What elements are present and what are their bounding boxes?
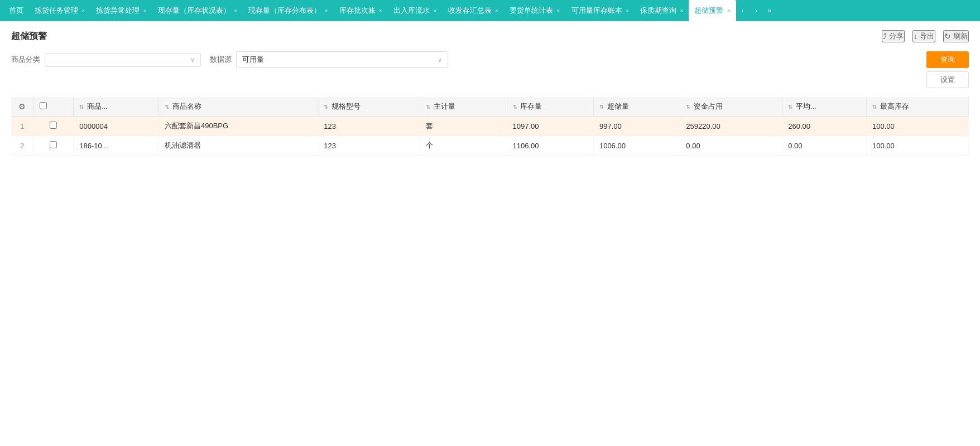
nav-summary[interactable]: 收发存汇总表 ×	[443, 0, 504, 21]
top-nav: 首页 拣货任务管理 × 拣货异常处理 × 现存量（库存状况表） × 现存量（库存…	[0, 0, 980, 21]
nav-overstock[interactable]: 超储预警 ×	[689, 0, 736, 21]
filters-left: 商品分类 ∨ 数据源 可用量 ∨	[11, 51, 915, 68]
table-header-row: ⚙ ⇅ 商品... ⇅ 商品名称 ⇅ 规格型号 ⇅	[11, 97, 969, 117]
category-select[interactable]: ∨	[45, 53, 201, 67]
nav-close-stock-status[interactable]: ×	[234, 7, 237, 14]
nav-arrow-right[interactable]: ›	[750, 0, 763, 21]
nav-close-batch-account[interactable]: ×	[379, 7, 382, 14]
share-icon: ⤴	[883, 32, 887, 41]
col-unit[interactable]: ⇅ 主计量	[420, 97, 507, 117]
query-button[interactable]: 查询	[926, 51, 969, 68]
datasource-label: 数据源	[210, 55, 232, 65]
nav-close-pick-exception[interactable]: ×	[143, 7, 146, 14]
col-capital[interactable]: ⇅ 资金占用	[680, 97, 782, 117]
nav-flow[interactable]: 出入库流水 ×	[388, 0, 442, 21]
row-num: 1	[11, 117, 33, 136]
refresh-button[interactable]: ↻ 刷新	[943, 30, 969, 42]
filters-right: 查询 设置	[926, 51, 969, 88]
col-max-stock[interactable]: ⇅ 最高库存	[867, 97, 969, 117]
row-capital: 259220.00	[680, 117, 782, 136]
table-row: 2 186-10... 机油滤清器 123 个 1106.00 1006.00 …	[11, 136, 969, 156]
datasource-value: 可用量	[242, 55, 264, 65]
refresh-icon: ↻	[944, 32, 951, 41]
page-container: 超储预警 ⤴ 分享 ↓ 导出 ↻ 刷新 商品分类 ∨	[0, 21, 980, 446]
header-actions: ⤴ 分享 ↓ 导出 ↻ 刷新	[882, 30, 969, 42]
page-title: 超储预警	[11, 31, 47, 42]
nav-close-pick-task[interactable]: ×	[81, 7, 85, 14]
page-header: 超储预警 ⤴ 分享 ↓ 导出 ↻ 刷新	[11, 30, 969, 42]
nav-close-summary[interactable]: ×	[495, 7, 498, 14]
nav-stock-dist[interactable]: 现存量（库存分布表） ×	[243, 0, 333, 21]
share-button[interactable]: ⤴ 分享	[882, 30, 905, 42]
row-checkbox[interactable]	[50, 122, 57, 129]
row-unit: 套	[420, 117, 507, 136]
select-all-checkbox[interactable]	[40, 102, 47, 109]
col-gear: ⚙	[11, 97, 33, 117]
row-spec: 123	[318, 117, 420, 136]
nav-home[interactable]: 首页	[3, 0, 29, 21]
nav-close-overstock[interactable]: ×	[727, 7, 730, 14]
datasource-chevron-icon: ∨	[438, 56, 442, 64]
data-table: ⚙ ⇅ 商品... ⇅ 商品名称 ⇅ 规格型号 ⇅	[11, 97, 969, 156]
nav-close-expiry[interactable]: ×	[680, 7, 683, 14]
row-unit: 个	[420, 136, 507, 156]
nav-close-flow[interactable]: ×	[433, 7, 436, 14]
nav-order-stats[interactable]: 要货单统计表 ×	[504, 0, 565, 21]
nav-batch-account[interactable]: 库存批次账 ×	[334, 0, 388, 21]
sort-icon-avg: ⇅	[788, 104, 792, 110]
sort-icon-max: ⇅	[872, 104, 877, 110]
table-row: 1 0000004 六配套新昌490BPG 123 套 1097.00 997.…	[11, 117, 969, 136]
export-icon: ↓	[914, 32, 917, 41]
row-overflow: 1006.00	[593, 136, 680, 156]
nav-stock-status[interactable]: 现存量（库存状况表） ×	[152, 0, 243, 21]
sort-icon-stock: ⇅	[513, 104, 517, 110]
sort-icon-overflow: ⇅	[599, 104, 604, 110]
row-product-name: 机油滤清器	[158, 136, 318, 156]
row-stock: 1106.00	[507, 136, 593, 156]
datasource-filter-group: 数据源 可用量 ∨	[210, 51, 448, 68]
col-overflow[interactable]: ⇅ 超储量	[593, 97, 680, 117]
row-capital: 0.00	[680, 136, 782, 156]
settings-button[interactable]: 设置	[926, 71, 969, 88]
row-avg: 0.00	[782, 136, 867, 156]
col-spec[interactable]: ⇅ 规格型号	[318, 97, 420, 117]
sort-icon-capital: ⇅	[686, 104, 690, 110]
row-overflow: 997.00	[593, 117, 680, 136]
col-avg[interactable]: ⇅ 平均...	[782, 97, 867, 117]
sort-icon-name: ⇅	[165, 104, 169, 110]
row-checkbox-cell	[33, 117, 74, 136]
row-product-code: 0000004	[74, 117, 159, 136]
nav-arrow-more[interactable]: »	[763, 0, 776, 21]
col-stock[interactable]: ⇅ 库存量	[507, 97, 593, 117]
nav-pick-exception[interactable]: 拣货异常处理 ×	[90, 0, 152, 21]
export-button[interactable]: ↓ 导出	[912, 30, 935, 42]
row-checkbox[interactable]	[50, 141, 57, 148]
nav-available-stock[interactable]: 可用量库存账本 ×	[566, 0, 635, 21]
row-checkbox-cell	[33, 136, 74, 156]
row-max-stock: 100.00	[867, 136, 969, 156]
col-checkbox	[33, 97, 74, 117]
nav-close-order-stats[interactable]: ×	[556, 7, 560, 14]
col-product-name[interactable]: ⇅ 商品名称	[158, 97, 318, 117]
datasource-select[interactable]: 可用量 ∨	[236, 51, 448, 68]
nav-arrow-left[interactable]: ‹	[736, 0, 750, 21]
category-chevron-icon: ∨	[190, 56, 195, 64]
sort-icon: ⇅	[79, 104, 84, 110]
row-max-stock: 100.00	[867, 117, 969, 136]
sort-icon-spec: ⇅	[324, 104, 328, 110]
nav-close-available-stock[interactable]: ×	[626, 7, 629, 14]
filters-row: 商品分类 ∨ 数据源 可用量 ∨ 查询 设置	[11, 51, 969, 88]
row-spec: 123	[318, 136, 420, 156]
category-label: 商品分类	[11, 55, 40, 65]
row-num: 2	[11, 136, 33, 156]
col-product-code[interactable]: ⇅ 商品...	[74, 97, 159, 117]
category-filter-group: 商品分类 ∨	[11, 53, 201, 67]
nav-close-stock-dist[interactable]: ×	[324, 7, 328, 14]
row-product-code: 186-10...	[74, 136, 159, 156]
nav-pick-task[interactable]: 拣货任务管理 ×	[29, 0, 90, 21]
sort-icon-unit: ⇅	[426, 104, 430, 110]
row-avg: 260.00	[782, 117, 867, 136]
nav-expiry[interactable]: 保质期查询 ×	[635, 0, 689, 21]
gear-button[interactable]: ⚙	[18, 102, 26, 111]
row-stock: 1097.00	[507, 117, 593, 136]
